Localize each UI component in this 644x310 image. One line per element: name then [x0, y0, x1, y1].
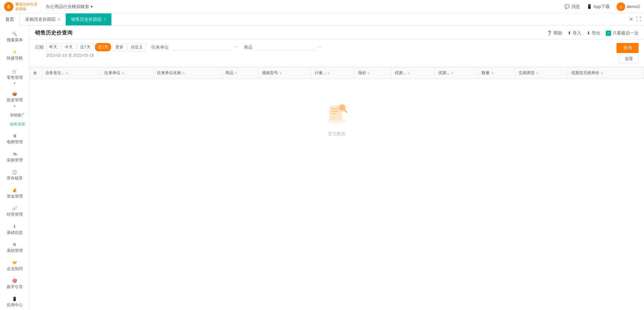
close-window-icon[interactable]: ✕ [629, 16, 633, 22]
maximize-icon[interactable]: ⛶ [636, 16, 641, 22]
import-btn[interactable]: ⬆ 导入 [568, 30, 581, 36]
date-buttons: 昨天 今天 近7天 近1月 更多 自定义 [46, 43, 146, 51]
sidebar-item-operations-mgmt[interactable]: 📈 经营管理 [0, 203, 29, 221]
product-dots-btn[interactable]: ··· [318, 44, 322, 50]
user-profile[interactable]: d demo2 [616, 2, 640, 11]
table-container[interactable]: ⚙ 业务发生... ⇅ 往来单位 ⇅ 往来单位名称 ⇅ [30, 67, 644, 310]
message-icon: 💬 [565, 4, 570, 9]
empty-text: 暂无数据 [328, 131, 345, 137]
sidebar-item-wholesale-mgmt[interactable]: 📦 批发管理 ▴ [0, 88, 29, 111]
table-col-unit[interactable]: 计量... ⇅ [311, 67, 355, 79]
sort-pretax-price-icon: ⇅ [600, 71, 603, 75]
sidebar-item-app-center[interactable]: 📱 应用中心 [0, 293, 29, 310]
empty-illustration [323, 99, 350, 127]
partner-dots-btn[interactable]: ··· [234, 44, 238, 50]
table-col-partner-name[interactable]: 往来单位名称 ⇅ [153, 67, 222, 79]
sort-spec-icon: ⇅ [279, 71, 282, 75]
sidebar-item-search-menu[interactable]: 🔍 搜索菜单 [0, 28, 29, 46]
sidebar-item-sales-mgmt[interactable]: 销售管理 [3, 120, 29, 129]
table-col-discount1[interactable]: 优惠... ⇅ [391, 67, 435, 79]
sidebar-item-new-guide[interactable]: 🎯 新手引导 [0, 275, 29, 293]
table-col-biz-date[interactable]: 业务发生... ⇅ [42, 67, 101, 79]
box-icon: 📦 [12, 92, 17, 96]
tab-purchase-history[interactable]: 采购历史价跟踪 × [20, 13, 66, 25]
sidebar-item-retail-mgmt[interactable]: 🛒 零售管理 ▾ [0, 66, 29, 88]
sidebar-item-ecommerce-mgmt[interactable]: 🖥 电商管理 [0, 130, 29, 148]
sort-quantity-icon: ⇅ [491, 71, 494, 75]
svg-rect-4 [331, 113, 337, 114]
table-col-quantity[interactable]: 数量 ⇅ [478, 67, 515, 79]
cart-icon: 🛒 [12, 69, 17, 74]
sidebar-item-basic-info[interactable]: ℹ 基础信息 [0, 221, 29, 239]
table-col-discount2[interactable]: 优惠... ⇅ [435, 67, 478, 79]
sidebar-item-enterprise-collab[interactable]: 🤝 企业协同 [0, 257, 29, 275]
date-filter-section: 昨天 今天 近7天 近1月 更多 自定义 2023-02-18 至 2023-0… [46, 43, 146, 58]
export-icon: ⬇ [587, 31, 590, 36]
table-col-spec[interactable]: 规格型号 ⇅ [259, 67, 311, 79]
content-area: 销售历史价查询 ❓ 帮助 ⬆ 导入 ⬇ 导出 ✓ 只看最后一次 [30, 25, 644, 310]
date-btn-yesterday[interactable]: 昨天 [46, 43, 60, 51]
sidebar-item-quick-nav[interactable]: ⚡ 快捷导航 [0, 46, 29, 64]
handshake-icon: 🤝 [12, 260, 17, 265]
date-range-display: 2023-02-18 至 2023-03-18 [46, 53, 146, 58]
table-col-product[interactable]: 商品 ⇅ [222, 67, 259, 79]
target-icon: 🎯 [12, 278, 17, 283]
settings-button[interactable]: 设置 [619, 54, 639, 63]
export-btn[interactable]: ⬇ 导出 [587, 30, 600, 36]
query-button[interactable]: 查询 [616, 43, 639, 53]
search-icon: 🔍 [12, 32, 17, 36]
sort-trade-type-icon: ⇅ [536, 71, 539, 75]
table-header: ⚙ 业务发生... ⇅ 往来单位 ⇅ 往来单位名称 ⇅ [30, 67, 644, 79]
date-btn-custom[interactable]: 自定义 [128, 43, 146, 51]
top-bar-right: 💬 消息 📱 App下载 d demo2 [565, 2, 640, 11]
table-col-pretax-price[interactable]: 优惠前无税单价 ⇅ [568, 67, 644, 79]
lightning-icon: ⚡ [12, 50, 17, 54]
import-icon: ⬆ [568, 31, 571, 36]
date-btn-last7days[interactable]: 近7天 [77, 43, 94, 51]
sort-biz-date-icon: ⇅ [66, 71, 68, 75]
top-bar-left: 6 畅捷信好生意 标题版 办公用品行业模拟账套 ▾ [4, 2, 93, 11]
sidebar-item-inventory[interactable]: 📋 库存核算 [0, 166, 29, 185]
only-last-checkbox[interactable]: ✓ 只看最后一次 [606, 30, 639, 36]
top-bar: 6 畅捷信好生意 标题版 办公用品行业模拟账套 ▾ 💬 消息 📱 App下载 d… [0, 0, 644, 13]
monitor-icon: 🖥 [13, 134, 17, 138]
sidebar-item-marketing[interactable]: 营销推广 [3, 111, 29, 120]
tab-bar-actions: ✕ ⛶ [629, 16, 644, 22]
tab-home[interactable]: 首页 [0, 13, 20, 25]
product-filter-label: 商品 [244, 43, 253, 50]
table-col-trade-type[interactable]: 交易类型 ⇅ [515, 67, 568, 79]
filter-actions: 查询 设置 [616, 43, 639, 63]
tab-sales-history[interactable]: 销售历史价跟踪 × [66, 13, 112, 25]
sort-quoted-price-icon: ⇅ [367, 71, 370, 75]
clipboard-icon: 📋 [12, 170, 17, 174]
tab-purchase-close-icon[interactable]: × [58, 17, 60, 22]
partner-input-group: ··· [171, 43, 238, 50]
date-btn-today[interactable]: 今天 [62, 43, 76, 51]
table-col-partner-code[interactable]: 往来单位 ⇅ [101, 67, 154, 79]
empty-state: 暂无数据 [30, 79, 644, 157]
table-col-quoted-price[interactable]: 报价 ⇅ [355, 67, 391, 79]
partner-filter-group: 往来单位 ··· [151, 43, 238, 50]
page-header: 销售历史价查询 ❓ 帮助 ⬆ 导入 ⬇ 导出 ✓ 只看最后一次 [30, 25, 644, 40]
product-input-group: ··· [255, 43, 322, 50]
sidebar-item-system-mgmt[interactable]: ⚙ 系统管理 [0, 239, 29, 257]
sidebar-item-purchase-mgmt[interactable]: 🛍 采购管理 [0, 148, 29, 166]
logo-icon: 6 [4, 2, 13, 11]
tab-sales-close-icon[interactable]: × [104, 17, 106, 22]
sidebar-item-finance-mgmt[interactable]: 💰 资金管理 [0, 185, 29, 203]
company-select[interactable]: 办公用品行业模拟账套 ▾ [46, 4, 93, 10]
sort-discount2-icon: ⇅ [451, 71, 453, 75]
app-download-btn[interactable]: 📱 App下载 [587, 4, 610, 10]
phone-icon: 📱 [12, 297, 17, 301]
product-input[interactable] [255, 43, 316, 50]
partner-input[interactable] [171, 43, 232, 50]
money-icon: 💰 [12, 188, 17, 193]
page-title: 销售历史价查询 [35, 30, 72, 37]
help-btn[interactable]: ❓ 帮助 [547, 30, 562, 36]
table-col-gear[interactable]: ⚙ [30, 67, 42, 79]
date-btn-last1month[interactable]: 近1月 [95, 43, 111, 51]
arrow-up-icon: ▴ [14, 104, 15, 107]
main-layout: 🔍 搜索菜单 ⚡ 快捷导航 🛒 零售管理 ▾ 📦 批发管理 ▴ 营销推广 销售管… [0, 25, 644, 310]
message-btn[interactable]: 💬 消息 [565, 4, 580, 10]
date-btn-more[interactable]: 更多 [112, 43, 126, 51]
